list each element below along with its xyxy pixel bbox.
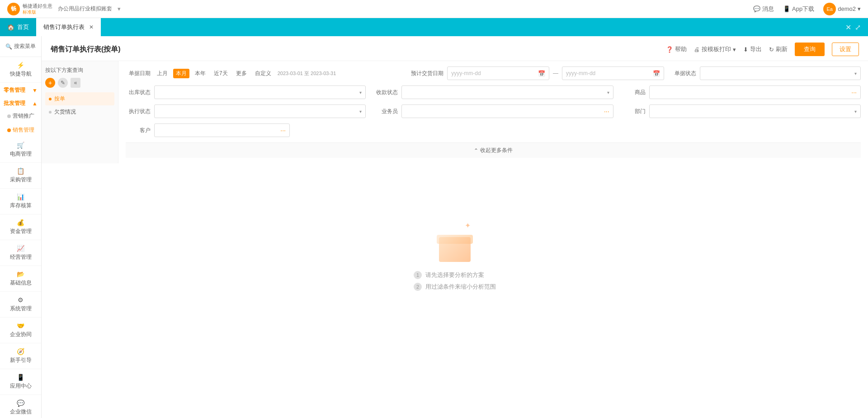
goods-field: 商品 ··· (621, 86, 861, 99)
date-this-month-btn[interactable]: 本月 (173, 69, 189, 78)
doc-status-select[interactable]: ▾ (700, 66, 861, 80)
customer-more-icon[interactable]: ··· (280, 127, 286, 134)
expected-date-field: 预计交货日期 yyyy-mm-dd 📅 — yyyy-mm-dd 📅 (411, 66, 664, 80)
empty-hint-2: 2 用过滤条件来缩小分析范围 (414, 283, 496, 291)
sidebar-item-guide[interactable]: 🧭 新手引导 (0, 343, 41, 369)
doc-status-label: 单据状态 (671, 70, 696, 77)
sidebar-item-operations[interactable]: 📈 经营管理 (0, 240, 41, 266)
breadcrumb-arrow-icon[interactable]: ▾ (118, 5, 121, 12)
date-more-btn[interactable]: 更多 (233, 69, 250, 78)
settings-button[interactable]: 设置 (832, 43, 859, 56)
inventory-icon: 📊 (17, 193, 24, 200)
sidebar-section-retail[interactable]: 零售管理 ▼ (0, 83, 41, 96)
goods-more-icon[interactable]: ··· (851, 89, 857, 96)
sidebar-item-marketing[interactable]: 营销推广 (0, 109, 41, 123)
collapse-more-button[interactable]: ⌃ 收起更多条件 (474, 147, 513, 154)
outbound-status-select[interactable]: ▾ (154, 86, 366, 99)
sidebar-item-ecommerce[interactable]: 🛒 电商管理 (0, 137, 41, 163)
scheme-inactive-dot (49, 111, 52, 114)
search-menu-button[interactable]: 🔍 搜索菜单 (4, 40, 38, 53)
app-download-button[interactable]: 📱 App下载 (783, 5, 814, 13)
date-custom-btn[interactable]: 自定义 (252, 69, 274, 78)
salesperson-input[interactable]: ··· (401, 104, 613, 118)
sidebar-section-wholesale[interactable]: 批发管理 ▲ (0, 96, 41, 109)
refresh-button[interactable]: ↻ 刷新 (769, 45, 788, 53)
customer-field: 客户 ··· (126, 124, 861, 137)
sidebar-item-enterprise-wechat[interactable]: 💬 企业微信 (0, 395, 41, 418)
sidebar-item-finance[interactable]: 💰 资金管理 (0, 214, 41, 240)
sidebar-item-system[interactable]: ⚙ 系统管理 (0, 292, 41, 318)
doc-status-field: 单据状态 ▾ (671, 66, 861, 80)
breadcrumb: 办公用品行业模拟账套 (58, 5, 112, 13)
empty-hint-1: 1 请先选择要分析的方案 (414, 271, 496, 279)
salesperson-label: 业务员 (373, 108, 398, 115)
expected-date-to-input[interactable]: yyyy-mm-dd 📅 (562, 66, 664, 80)
date-quick-filters: 上月 本月 本年 近7天 更多 自定义 (154, 69, 274, 78)
goods-input[interactable]: ··· (649, 86, 861, 99)
execution-status-select[interactable]: ▾ (154, 104, 366, 118)
sidebar-item-inventory[interactable]: 📊 库存核算 (0, 189, 41, 214)
tab-close-icon[interactable]: ✕ (89, 24, 94, 30)
header-left: 畅 畅捷通好生意 标准版 办公用品行业模拟账套 ▾ (7, 3, 121, 15)
date-last-month-btn[interactable]: 上月 (154, 69, 170, 78)
expected-date-from-input[interactable]: yyyy-mm-dd 📅 (447, 66, 549, 80)
salesperson-more-icon[interactable]: ··· (604, 108, 609, 115)
empty-box (439, 237, 471, 262)
calendar-to-icon: 📅 (653, 70, 660, 77)
tab-sales-order[interactable]: 销售订单执行表 ✕ (36, 18, 101, 36)
export-button[interactable]: ⬇ 导出 (743, 45, 762, 53)
salesperson-field: 业务员 ··· (373, 104, 613, 118)
template-print-button[interactable]: 🖨 按模板打印 ▾ (694, 45, 736, 53)
date-last-7-days-btn[interactable]: 近7天 (211, 69, 231, 78)
department-dropdown-icon: ▾ (854, 109, 857, 114)
scheme-item-by-order[interactable]: 按单 (45, 92, 114, 105)
department-field: 部门 ▾ (621, 104, 861, 118)
query-button[interactable]: 查询 (795, 43, 825, 56)
message-button[interactable]: 💬 消息 (753, 5, 774, 13)
print-icon: 🖨 (694, 46, 700, 53)
sidebar-item-purchase[interactable]: 📋 采购管理 (0, 163, 41, 189)
logo-area: 畅 畅捷通好生意 标准版 (7, 3, 52, 15)
app-logo: 畅 (7, 3, 20, 15)
app-center-icon: 📱 (17, 374, 24, 381)
date-range-display: 2023-03-01 至 2023-03-31 (278, 70, 336, 77)
user-menu-arrow-icon: ▾ (858, 5, 861, 12)
enterprise-wechat-icon: 💬 (17, 399, 24, 407)
customer-input[interactable]: ··· (154, 124, 290, 137)
calendar-from-icon: 📅 (538, 70, 545, 77)
expand-button[interactable]: ⤢ (853, 21, 863, 33)
date-this-year-btn[interactable]: 本年 (192, 69, 208, 78)
filter-row-1: 单据日期 上月 本月 本年 近7天 更多 自定义 2023-03-01 至 20… (126, 66, 861, 80)
help-icon: ❓ (666, 46, 673, 53)
user-menu[interactable]: Ea demo2 ▾ (823, 3, 861, 15)
customer-label: 客户 (126, 127, 151, 134)
outbound-status-field: 出库状态 ▾ (126, 86, 366, 99)
download-icon: 📱 (783, 5, 790, 12)
scheme-item-owed[interactable]: 欠货情况 (45, 105, 114, 119)
collection-status-field: 收款状态 ▾ (373, 86, 613, 99)
filter-sidebar-title: 按以下方案查询 (45, 66, 114, 74)
sales-mgmt-indicator (7, 128, 11, 132)
collapse-filter-button[interactable]: « (71, 78, 80, 88)
add-scheme-button[interactable]: + (45, 78, 55, 88)
export-icon: ⬇ (743, 46, 748, 53)
content-area: 销售订单执行表(按单) ❓ 帮助 🖨 按模板打印 ▾ ⬇ 导出 (42, 36, 868, 418)
refresh-icon: ↻ (769, 46, 774, 53)
help-button[interactable]: ❓ 帮助 (666, 45, 687, 53)
outbound-dropdown-icon: ▾ (359, 90, 362, 95)
department-select[interactable]: ▾ (649, 104, 861, 118)
sidebar-item-quick-nav[interactable]: ⚡ 快捷导航 (0, 57, 41, 83)
main-layout: 🔍 搜索菜单 ⚡ 快捷导航 零售管理 ▼ 批发管理 ▲ 营销推广 销售管理 🛒 … (0, 36, 868, 418)
wholesale-toggle-icon: ▲ (32, 100, 38, 107)
close-all-tabs-button[interactable]: ✕ (844, 21, 853, 33)
tab-home[interactable]: 🏠 首页 (0, 18, 36, 36)
edit-scheme-button[interactable]: ✎ (58, 78, 68, 88)
collection-status-select[interactable]: ▾ (401, 86, 613, 99)
sidebar-item-sales-mgmt[interactable]: 销售管理 (0, 123, 41, 137)
sidebar-item-basic-info[interactable]: 📂 基础信息 (0, 266, 41, 292)
search-icon: 🔍 (5, 43, 12, 50)
retail-toggle-icon: ▼ (32, 87, 38, 94)
enterprise-icon: 🤝 (17, 322, 24, 329)
sidebar-item-app-center[interactable]: 📱 应用中心 (0, 369, 41, 395)
sidebar-item-enterprise[interactable]: 🤝 企业协同 (0, 318, 41, 343)
